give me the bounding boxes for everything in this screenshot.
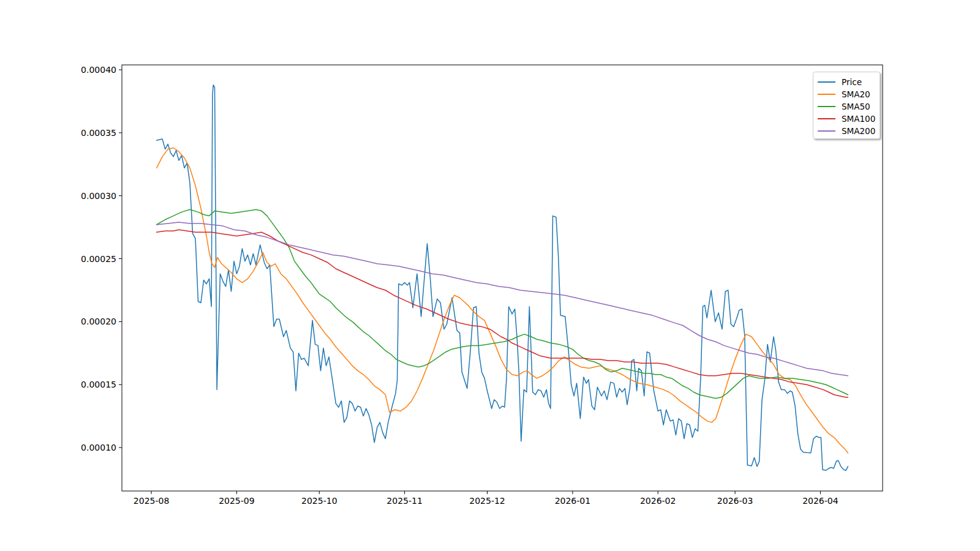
legend-label-price: Price	[842, 76, 862, 88]
legend-row-sma100: SMA100	[813, 113, 880, 125]
sma20-line-swatch	[818, 94, 835, 95]
x-tick-label: 2026-03	[717, 496, 753, 506]
legend-label-sma200: SMA200	[842, 125, 875, 137]
legend-row-sma200: SMA200	[813, 125, 880, 137]
x-tick-label: 2026-04	[802, 496, 839, 506]
x-tick-label: 2025-11	[386, 496, 423, 506]
legend: Price SMA20 SMA50 SMA100 SMA200	[813, 72, 880, 139]
sma100-line-swatch	[818, 118, 835, 119]
y-tick-label: 0.00010	[81, 443, 116, 452]
legend-row-price: Price	[813, 76, 880, 88]
sma50-line-swatch	[818, 106, 835, 107]
price-line-swatch	[818, 81, 835, 83]
legend-label-sma20: SMA20	[842, 88, 870, 100]
legend-row-sma50: SMA50	[813, 100, 880, 113]
y-tick-label: 0.00015	[81, 380, 116, 389]
y-tick-label: 0.00040	[81, 65, 116, 75]
y-tick-label: 0.00035	[81, 128, 116, 138]
x-tick-label: 2026-01	[555, 496, 591, 506]
legend-label-sma50: SMA50	[842, 100, 870, 113]
x-tick-label: 2025-12	[469, 496, 505, 506]
sma200-line-swatch	[818, 130, 835, 132]
legend-row-sma20: SMA20	[813, 88, 880, 100]
x-tick-label: 2026-02	[640, 496, 676, 506]
y-tick-label: 0.00020	[81, 317, 116, 326]
x-tick-label: 2025-10	[301, 496, 337, 506]
y-tick-label: 0.00030	[81, 191, 116, 201]
x-tick-label: 2025-08	[134, 496, 170, 506]
legend-label-sma100: SMA100	[842, 113, 875, 125]
chart-figure: 2025-082025-092025-102025-112025-122026-…	[0, 0, 980, 551]
y-tick-label: 0.00025	[81, 254, 116, 264]
x-tick-label: 2025-09	[219, 496, 255, 506]
